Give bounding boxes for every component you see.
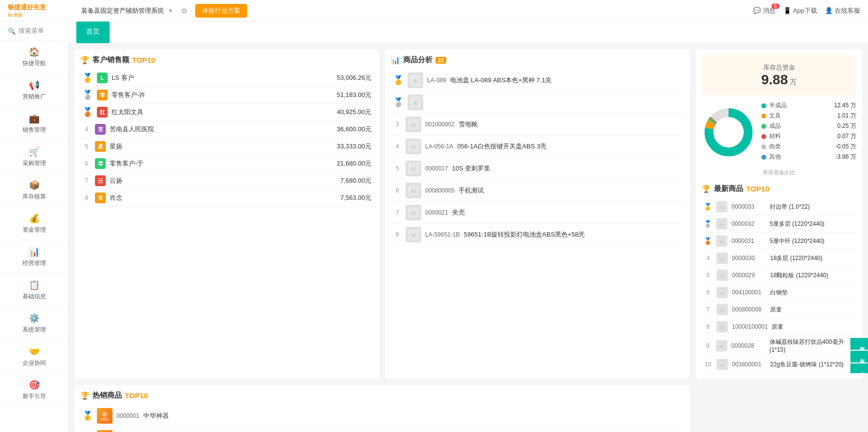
customer-rank-row: 🥈 零 零售客户-许 51,183.00元 bbox=[80, 87, 373, 104]
rank-number: 6 bbox=[393, 187, 402, 194]
sidebar-item-inventory[interactable]: 📦 库存核算 bbox=[0, 174, 68, 207]
new-product-thumb: AI bbox=[716, 201, 728, 213]
legend-value: 0.07 万 bbox=[837, 132, 856, 141]
svg-text:AI: AI bbox=[720, 308, 724, 312]
customer-badge: 肖 bbox=[95, 192, 106, 203]
hot-product-thumb bbox=[97, 430, 113, 432]
live-chat-btn[interactable]: 直播 bbox=[850, 363, 868, 373]
sidebar-item-search[interactable]: 🔍 搜索菜单 bbox=[0, 22, 68, 41]
sidebar-label-cooperation: 企业协同 bbox=[23, 359, 46, 367]
svg-text:AI: AI bbox=[413, 78, 417, 84]
legend-label: 材料 bbox=[769, 132, 834, 141]
sidebar-item-cooperation[interactable]: 🤝 企业协同 bbox=[0, 340, 68, 374]
new-product-row: 🥇 AI 0000033 封边带 (1.0*22) bbox=[702, 198, 856, 216]
customer-amount: 36,600.00元 bbox=[337, 125, 371, 134]
new-product-row: 🥈 AI 0000032 5厘多层 (1220*2440) bbox=[702, 216, 856, 233]
system-icon: ⚙️ bbox=[29, 313, 40, 324]
new-product-thumb: AI bbox=[716, 304, 728, 315]
customer-rank-row: 8 肖 肖念 7,563.00元 bbox=[80, 190, 373, 207]
new-products-title: 🏆 最新商品 TOP10 bbox=[702, 184, 856, 193]
product-code: 001000002 bbox=[425, 121, 455, 128]
legend-label: 半成品 bbox=[769, 101, 831, 110]
product-code: 000800005 bbox=[425, 187, 455, 194]
message-badge: 6 bbox=[772, 3, 779, 9]
customer-name: LS 客户 bbox=[112, 73, 333, 82]
product-rank-row: 🥈 AI bbox=[391, 92, 684, 114]
medal-icon: 🥈 bbox=[704, 220, 712, 228]
customer-badge: L bbox=[97, 72, 108, 83]
hot-product-name: 中华神器 bbox=[143, 411, 169, 420]
customer-amount: 53,006.26元 bbox=[337, 73, 371, 82]
rank-number: 4 bbox=[393, 143, 402, 150]
svg-text:AI: AI bbox=[411, 189, 415, 194]
svg-text:AI: AI bbox=[411, 122, 415, 128]
legend-dot bbox=[761, 144, 766, 149]
legend-value: -0.05 万 bbox=[835, 143, 856, 151]
sidebar-item-quick-nav[interactable]: 🏠 快捷导航 bbox=[0, 41, 68, 74]
new-product-thumb: AI bbox=[716, 218, 728, 230]
hot-product-code: 0000001 bbox=[116, 412, 139, 419]
sidebar-item-system[interactable]: ⚙️ 系统管理 bbox=[0, 307, 68, 340]
customer-badge: 苦 bbox=[95, 124, 106, 135]
tab-bar: 首页 bbox=[69, 22, 868, 44]
online-service-button[interactable]: 👤 在线客服 bbox=[825, 6, 860, 15]
rank-number: 4 bbox=[704, 255, 712, 262]
new-product-name: 原童 bbox=[772, 323, 783, 331]
rank-number: 8 bbox=[393, 231, 402, 238]
product-code: 0000017 bbox=[425, 165, 448, 172]
message-button[interactable]: 💬 消息 6 bbox=[753, 6, 776, 15]
new-product-code: 003800001 bbox=[732, 361, 766, 368]
new-product-code: 0000031 bbox=[731, 238, 766, 244]
customer-service-btn[interactable]: 客服热线 bbox=[850, 338, 868, 350]
sidebar-item-guide[interactable]: 🎯 新手引导 bbox=[0, 374, 68, 407]
inventory-unit: 万 bbox=[790, 78, 797, 87]
inventory-legend: 半成品 12.45 万 文具 1.01 万 成品 0.25 万 材料 0.07 … bbox=[761, 101, 856, 163]
product-name: 夹壳 bbox=[452, 208, 465, 217]
dropdown-icon[interactable]: ▼ bbox=[168, 8, 173, 14]
sidebar-item-purchase[interactable]: 🛒 采购管理 bbox=[0, 141, 68, 174]
new-product-code: 10000100001 bbox=[732, 323, 768, 330]
svg-text:AI: AI bbox=[720, 344, 724, 349]
app-download-button[interactable]: 📱 App下载 bbox=[783, 6, 817, 15]
svg-text:AI: AI bbox=[720, 205, 724, 210]
customer-amount: 51,183.00元 bbox=[337, 91, 371, 99]
svg-text:AI: AI bbox=[720, 325, 724, 330]
guide-icon: 🎯 bbox=[29, 380, 40, 390]
legend-item: 肉类 -0.05 万 bbox=[761, 143, 856, 151]
customer-badge: 云 bbox=[95, 175, 106, 186]
legend-dot bbox=[761, 124, 766, 129]
product-thumb: AI bbox=[406, 117, 421, 132]
sidebar-item-operations[interactable]: 📊 经营管理 bbox=[0, 240, 68, 274]
hot-product-row: 🥇 0000001 中华神器 bbox=[80, 405, 684, 427]
legend-value: 12.45 万 bbox=[834, 101, 856, 110]
sidebar-item-finance[interactable]: 💰 资金管理 bbox=[0, 207, 68, 240]
product-thumb: AI bbox=[406, 227, 421, 242]
logo-sub: 标准版 bbox=[8, 12, 23, 19]
product-code: LA-089 bbox=[427, 77, 446, 84]
svg-text:AI: AI bbox=[411, 233, 415, 238]
tab-home[interactable]: 首页 bbox=[76, 22, 110, 43]
service-community-btn[interactable]: 服务社区 bbox=[850, 351, 868, 362]
hot-product-row: 🥈 000500001 新西兰牛肉（新牛） bbox=[80, 427, 684, 432]
analytics-badge: 22 bbox=[435, 57, 446, 64]
customer-name: 苦南县人民医院 bbox=[110, 125, 333, 134]
sidebar-item-marketing[interactable]: 📢 营销推广 bbox=[0, 74, 68, 107]
rank-number: 7 bbox=[704, 306, 712, 313]
top10-label-customers: TOP10 bbox=[132, 56, 155, 64]
bottom-row: 🏆 热销商品 TOP10 🥇 0000001 中华神器 🥈 000500001 … bbox=[69, 385, 868, 432]
gear-icon[interactable]: ⚙ bbox=[181, 7, 187, 15]
sidebar-item-basic-info[interactable]: 📋 基础信息 bbox=[0, 274, 68, 307]
product-code: LA-59651-1B bbox=[425, 231, 460, 238]
trial-button[interactable]: 体验行业方案 bbox=[195, 4, 247, 18]
sidebar: 🔍 搜索菜单 🏠 快捷导航 📢 营销推广 💼 销售管理 🛒 采购管理 📦 库存核… bbox=[0, 22, 69, 432]
sidebar-item-sales[interactable]: 💼 销售管理 bbox=[0, 107, 68, 141]
new-product-name: 白钢垫 bbox=[770, 288, 788, 297]
customer-rank-row: 4 苦 苦南县人民医院 36,600.00元 bbox=[80, 121, 373, 138]
product-rank-row: 🥇 AI LA-089 电池盖 LA-089 ABS本色+黑种 7.1克 bbox=[391, 70, 684, 92]
customer-amount: 21,680.00元 bbox=[337, 159, 371, 168]
content-area: 首页 🏆 客户销售额 TOP10 🥇 L LS 客户 53,006.26元 🥈 … bbox=[69, 22, 868, 432]
legend-item: 半成品 12.45 万 bbox=[761, 101, 856, 110]
product-code: 0000021 bbox=[425, 209, 448, 216]
chart-icon: 📊 bbox=[391, 56, 400, 65]
medal-icon: 🥈 bbox=[393, 97, 404, 108]
